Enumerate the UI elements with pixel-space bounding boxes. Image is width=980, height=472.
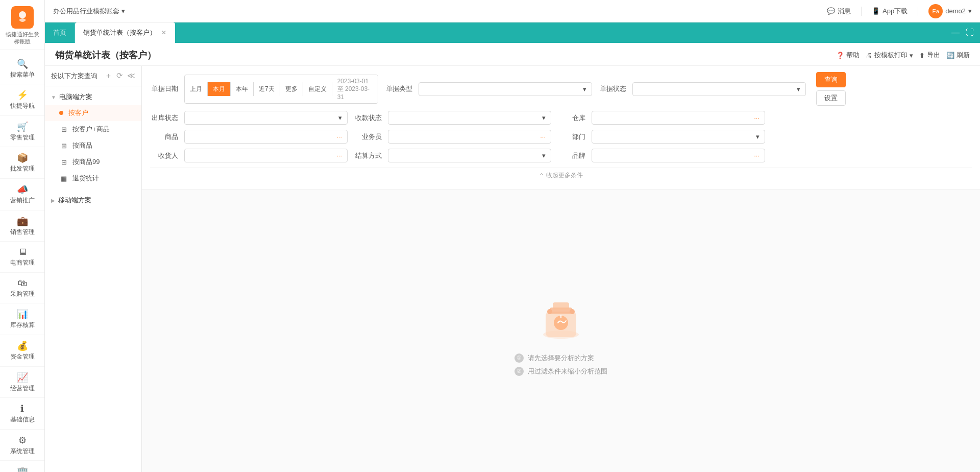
date-label: 单据日期 <box>150 84 178 93</box>
sidebar-items-group: 🔍 搜索菜单 ⚡ 快捷导航 🛒 零售管理 📦 批发管理 📣 营销推广 💼 销售管… <box>0 50 44 472</box>
marketing-icon: 📣 <box>17 184 28 195</box>
salesperson-select[interactable]: ··· <box>388 130 551 144</box>
main-content: 办公用品行业模拟账套 ▾ 💬 消息 📱 App下载 Ea demo2 ▾ <box>45 0 980 472</box>
sidebar-item-finance[interactable]: 💰 资金管理 <box>0 335 44 367</box>
sidebar-item-ecom-mgmt[interactable]: 🖥 电商管理 <box>0 242 44 273</box>
dots-icon3: ··· <box>540 133 546 140</box>
collapse-chevron-icon: ⌃ <box>539 172 544 179</box>
sidebar-item-purchase-mgmt[interactable]: 🛍 采购管理 <box>0 273 44 304</box>
date-btn-last-month[interactable]: 上月 <box>185 82 208 96</box>
quick-nav-icon: ⚡ <box>17 89 28 101</box>
out-status-select[interactable]: ▾ <box>184 111 348 125</box>
tab-home[interactable]: 首页 <box>45 22 75 43</box>
chevron-down-icon2: ▾ <box>797 85 800 93</box>
doc-type-select[interactable]: ▾ <box>419 82 592 96</box>
svg-point-8 <box>570 309 575 314</box>
mobile-group-header[interactable]: ▶ 移动端方案 <box>45 193 141 208</box>
date-btn-7-days[interactable]: 近7天 <box>254 82 280 96</box>
export-icon: ⬆ <box>919 52 925 59</box>
sidebar-item-wholesale-mgmt[interactable]: 📦 批发管理 <box>0 147 44 179</box>
sidebar-item-inventory[interactable]: 📊 库存核算 <box>0 303 44 335</box>
sidebar-item-label: 采购管理 <box>10 290 35 298</box>
receipt-status-select[interactable]: ▾ <box>388 111 551 125</box>
print-label: 按模板打印 <box>874 51 908 60</box>
goods-label: 商品 <box>150 132 178 141</box>
message-button[interactable]: 💬 消息 <box>827 7 851 16</box>
date-btn-custom[interactable]: 自定义 <box>303 82 332 96</box>
sidebar-item-marketing[interactable]: 📣 营销推广 <box>0 179 44 210</box>
warehouse-select[interactable]: ··· <box>592 111 765 125</box>
top-header: 办公用品行业模拟账套 ▾ 💬 消息 📱 App下载 Ea demo2 ▾ <box>45 0 980 22</box>
tip-text-1: 请先选择要分析的方案 <box>528 353 594 363</box>
add-scheme-icon[interactable]: ＋ <box>105 71 112 81</box>
date-btn-more[interactable]: 更多 <box>280 82 303 96</box>
receipt-status-label: 收款状态 <box>354 113 382 123</box>
print-button[interactable]: 🖨 按模板打印 ▾ <box>866 51 913 60</box>
scheme-by-customer-goods[interactable]: ⊞ 按客户+商品 <box>45 121 141 137</box>
export-button[interactable]: ⬆ 导出 <box>919 51 940 60</box>
consignee-select[interactable]: ··· <box>184 149 348 162</box>
scheme-by-customer[interactable]: 按客户 <box>45 105 141 121</box>
sidebar-item-operations[interactable]: 📈 经营管理 <box>0 367 44 398</box>
page-content: 销货单统计表（按客户） ❓ 帮助 🖨 按模板打印 ▾ ⬆ 导出 🔄 刷新 <box>45 43 980 472</box>
scheme-return-stat[interactable]: ▦ 退货统计 <box>45 170 141 186</box>
doc-status-label: 单据状态 <box>598 84 626 93</box>
close-tab-icon[interactable]: ✕ <box>161 29 166 36</box>
sidebar-item-search-menu[interactable]: 🔍 搜索菜单 <box>0 53 44 85</box>
date-btn-this-year[interactable]: 本年 <box>231 82 254 96</box>
scheme-by-goods[interactable]: ⊞ 按商品 <box>45 137 141 154</box>
sidebar-item-label: 基础信息 <box>10 416 35 424</box>
sidebar: 畅捷通好生意 标账版 🔍 搜索菜单 ⚡ 快捷导航 🛒 零售管理 📦 批发管理 📣… <box>0 0 45 472</box>
sidebar-item-sys-mgmt[interactable]: ⚙ 系统管理 <box>0 430 44 461</box>
home-tab-label: 首页 <box>53 28 66 37</box>
brand-select[interactable]: ··· <box>592 149 765 162</box>
left-panel: 按以下方案查询 ＋ ⟳ ≪ ▼ 电脑端方案 按客 <box>45 66 142 472</box>
collapse-bar[interactable]: ⌃ 收起更多条件 <box>150 168 972 183</box>
chevron-down-icon6: ▾ <box>542 152 546 159</box>
minimize-icon[interactable]: — <box>951 28 960 37</box>
doc-status-select[interactable]: ▾ <box>632 82 806 96</box>
desktop-group-header[interactable]: ▼ 电脑端方案 <box>45 89 141 105</box>
sidebar-item-basic-info[interactable]: ℹ 基础信息 <box>0 398 44 430</box>
sidebar-item-sales-mgmt[interactable]: 💼 销售管理 <box>0 210 44 242</box>
sidebar-item-label: 营销推广 <box>10 197 35 205</box>
collapse-panel-icon[interactable]: ≪ <box>127 71 135 81</box>
right-area: 单据日期 上月 本月 本年 近7天 更多 自定义 2023-03-01 至 20… <box>142 66 980 472</box>
query-button[interactable]: 查询 <box>816 72 846 87</box>
sidebar-item-enterprise[interactable]: 🏢 企业协同 <box>0 461 44 472</box>
chevron-down-icon4: ▾ <box>542 114 546 122</box>
tabs-right: — ⛶ <box>951 22 980 43</box>
scheme-by-goods-99[interactable]: ⊞ 按商品99 <box>45 154 141 170</box>
sidebar-item-quick-nav[interactable]: ⚡ 快捷导航 <box>0 84 44 116</box>
department-label: 部门 <box>557 132 585 141</box>
refresh-scheme-icon[interactable]: ⟳ <box>116 71 123 81</box>
logo-text: 畅捷通好生意 <box>6 31 39 38</box>
date-btn-this-month[interactable]: 本月 <box>208 82 231 96</box>
maximize-icon[interactable]: ⛶ <box>966 28 974 37</box>
user-area[interactable]: Ea demo2 ▾ <box>928 4 972 18</box>
refresh-button[interactable]: 🔄 刷新 <box>946 51 970 60</box>
message-icon: 💬 <box>827 7 835 15</box>
export-label: 导出 <box>927 51 940 60</box>
header-right: 💬 消息 📱 App下载 Ea demo2 ▾ <box>827 4 972 18</box>
doc-type-label: 单据类型 <box>384 84 412 93</box>
filter-row-consignee: 收货人 ··· 结算方式 ▾ 品牌 ··· <box>150 149 972 162</box>
settle-method-select[interactable]: ▾ <box>388 149 551 162</box>
refresh-icon: 🔄 <box>946 52 954 59</box>
sidebar-item-label: 零售管理 <box>10 134 35 142</box>
warehouse-label: 仓库 <box>557 113 585 123</box>
empty-illustration <box>530 286 592 347</box>
help-button[interactable]: ❓ 帮助 <box>836 51 860 60</box>
app-download-label: App下载 <box>883 7 908 16</box>
salesperson-label: 业务员 <box>354 132 382 141</box>
settings-button[interactable]: 设置 <box>816 90 846 106</box>
tip-num-1: ① <box>514 353 524 363</box>
department-select[interactable]: ▾ <box>592 130 765 144</box>
tab-sales-stat[interactable]: 销货单统计表（按客户） ✕ <box>75 22 175 43</box>
industry-selector[interactable]: 办公用品行业模拟账套 ▾ <box>53 7 125 16</box>
sidebar-item-label: 快捷导航 <box>10 102 35 110</box>
app-download-button[interactable]: 📱 App下载 <box>872 7 908 16</box>
goods-select[interactable]: ··· <box>184 130 348 144</box>
sidebar-item-retail-mgmt[interactable]: 🛒 零售管理 <box>0 116 44 148</box>
page-title: 销货单统计表（按客户） <box>55 49 156 61</box>
